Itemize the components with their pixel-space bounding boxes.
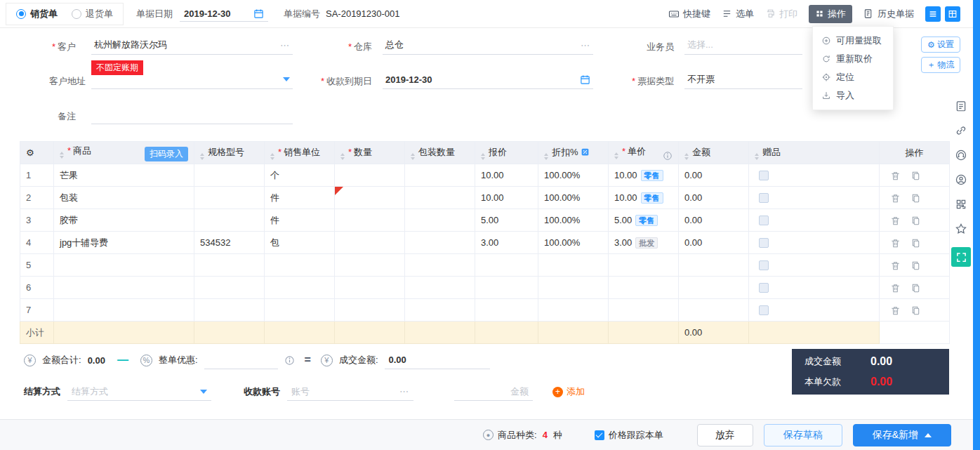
cell-qty[interactable] <box>335 164 405 187</box>
cell-qty-error-marker[interactable] <box>335 187 405 209</box>
delete-row-button[interactable] <box>890 260 901 271</box>
cell-discount[interactable]: 100.00% <box>538 209 609 232</box>
cell-spec[interactable]: 534532 <box>194 232 265 254</box>
right-edge-bar[interactable] <box>973 0 980 450</box>
cell-spec[interactable] <box>194 209 265 232</box>
gift-checkbox[interactable] <box>759 171 769 180</box>
view-list-toggle[interactable] <box>925 6 941 22</box>
col-quote[interactable]: 报价 <box>475 142 538 164</box>
info-icon[interactable] <box>284 355 295 366</box>
contact-icon[interactable] <box>955 173 967 186</box>
cell-price[interactable]: 5.00零售 <box>609 209 679 232</box>
price-type-badge[interactable]: 零售 <box>641 192 663 204</box>
delete-row-button[interactable] <box>890 216 901 226</box>
checked-checkbox-icon[interactable] <box>595 430 604 440</box>
cell-qty[interactable] <box>335 232 405 254</box>
sort-icon[interactable] <box>481 153 485 160</box>
cell-pkg[interactable] <box>405 187 475 209</box>
column-settings-button[interactable]: ⚙ <box>20 142 54 164</box>
operation-button[interactable]: 操作 <box>809 5 852 23</box>
copy-row-button[interactable] <box>911 216 921 226</box>
account-input[interactable]: 账号 ⋯ <box>287 383 413 401</box>
cell-spec[interactable] <box>194 277 265 299</box>
table-row[interactable]: 3 胶带 件 5.00 100.00% 5.00零售 0.00 <box>20 209 950 232</box>
due-date-field[interactable]: 2019-12-30 <box>383 70 593 89</box>
cell-unit[interactable]: 个 <box>265 164 335 187</box>
cell-pkg[interactable] <box>405 209 475 232</box>
cell-discount[interactable]: 100.00% <box>538 232 609 254</box>
cell-product[interactable]: 胶带 <box>54 209 194 232</box>
copy-row-button[interactable] <box>911 171 921 181</box>
save-and-new-button[interactable]: 保存&新增 <box>853 424 951 446</box>
pay-amount-input[interactable]: 金额 <box>454 383 533 401</box>
col-pkg-qty[interactable]: 包装数量 <box>405 142 475 164</box>
account-more-icon[interactable]: ⋯ <box>399 386 409 397</box>
copy-row-button[interactable] <box>911 283 921 293</box>
cell-quote[interactable]: 10.00 <box>475 164 538 187</box>
sort-icon[interactable] <box>544 153 548 160</box>
add-payment-button[interactable]: + 添加 <box>552 385 585 398</box>
table-row[interactable]: 4 jpg十辅导费 534532 包 3.00 100.00% 3.00批发 0… <box>20 232 950 254</box>
cell-price[interactable] <box>609 254 679 277</box>
cell-discount[interactable]: 100.00% <box>538 187 609 209</box>
cell-qty[interactable] <box>335 299 405 322</box>
chevron-down-icon[interactable] <box>283 77 290 81</box>
star-icon[interactable] <box>955 223 967 235</box>
link-icon[interactable] <box>955 124 967 137</box>
cell-qty[interactable] <box>335 254 405 277</box>
col-amount[interactable]: 金额 <box>679 142 749 164</box>
cell-quote[interactable]: 5.00 <box>475 209 538 232</box>
fullscreen-button[interactable] <box>951 247 971 267</box>
table-row[interactable]: 1 芒果 个 10.00 100.00% 10.00零售 0.00 <box>20 164 950 187</box>
calendar-icon[interactable] <box>580 74 590 85</box>
radio-sale-order[interactable]: 销货单 <box>16 8 58 20</box>
cell-price[interactable]: 10.00零售 <box>609 187 679 209</box>
cell-qty[interactable] <box>335 209 405 232</box>
cell-price[interactable]: 10.00零售 <box>609 164 679 187</box>
copy-row-button[interactable] <box>911 238 921 249</box>
menu-item-reprice[interactable]: 重新取价 <box>813 50 893 68</box>
cell-unit[interactable] <box>265 277 335 299</box>
cell-pkg[interactable] <box>405 254 475 277</box>
history-button[interactable]: 历史单据 <box>863 8 914 20</box>
salesman-field[interactable]: 选择... <box>684 36 802 55</box>
cell-spec[interactable] <box>194 164 265 187</box>
cell-quote[interactable] <box>475 277 538 299</box>
deal-amount-input[interactable]: 0.00 <box>385 352 490 369</box>
settle-method-select[interactable]: 结算方式 <box>67 383 211 401</box>
cell-unit[interactable] <box>265 254 335 277</box>
table-row[interactable]: 6 <box>20 277 950 299</box>
table-row[interactable]: 2 包装 件 10.00 100.00% 10.00零售 0.00 <box>20 187 950 209</box>
cell-quote[interactable]: 10.00 <box>475 187 538 209</box>
gift-checkbox[interactable] <box>759 193 769 203</box>
price-type-badge[interactable]: 零售 <box>635 215 658 226</box>
calendar-icon[interactable] <box>253 8 264 19</box>
scan-entry-button[interactable]: 扫码录入 <box>145 147 188 161</box>
gift-checkbox[interactable] <box>759 238 769 248</box>
cell-product[interactable] <box>54 299 194 322</box>
table-row[interactable]: 5 <box>20 254 950 277</box>
view-grid-toggle[interactable] <box>945 6 960 22</box>
cell-product[interactable]: jpg十辅导费 <box>54 232 194 254</box>
note-icon[interactable] <box>955 100 967 112</box>
qr-icon[interactable] <box>955 198 967 211</box>
cell-pkg[interactable] <box>405 164 475 187</box>
sort-icon[interactable] <box>411 153 415 160</box>
info-icon[interactable] <box>663 151 673 161</box>
save-draft-button[interactable]: 保存草稿 <box>764 424 842 446</box>
menu-item-locate[interactable]: 定位 <box>813 68 893 86</box>
copy-row-button[interactable] <box>911 260 921 271</box>
customer-field[interactable]: 杭州解放路沃尔玛 ⋯ <box>91 36 293 55</box>
doc-date-field[interactable]: 2019-12-30 <box>180 6 268 22</box>
cell-pkg[interactable] <box>405 232 475 254</box>
copy-row-button[interactable] <box>911 305 921 316</box>
gift-checkbox[interactable] <box>759 216 769 225</box>
delete-row-button[interactable] <box>890 283 901 293</box>
service-icon[interactable] <box>955 149 967 161</box>
col-spec[interactable]: 规格型号 <box>194 142 265 164</box>
sort-icon[interactable] <box>200 153 204 160</box>
cell-discount[interactable] <box>538 277 609 299</box>
bill-type-field[interactable]: 不开票 <box>684 70 802 89</box>
delete-row-button[interactable] <box>890 193 901 204</box>
delete-row-button[interactable] <box>890 171 901 181</box>
